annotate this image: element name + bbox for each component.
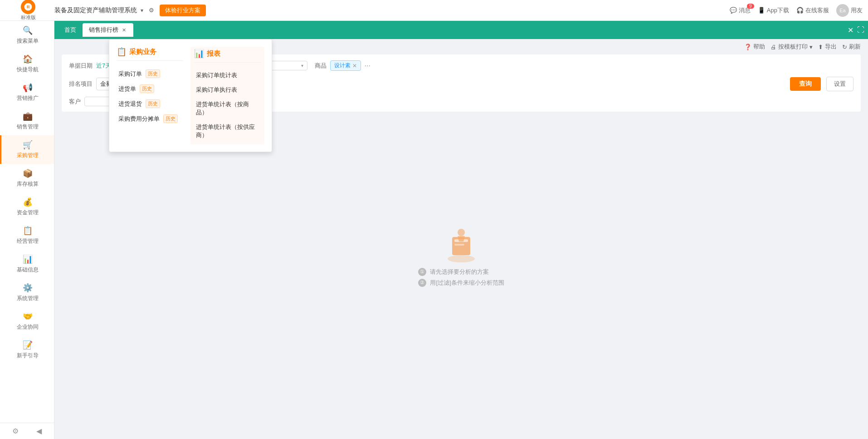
tab-home-label: 首页 bbox=[64, 26, 76, 34]
user-btn[interactable]: Ea 用友 bbox=[836, 4, 863, 17]
dropdown-item-incoming[interactable]: 进货单 历史 bbox=[117, 81, 183, 96]
dropdown-item-po-stats[interactable]: 采购订单统计表 bbox=[194, 68, 261, 83]
dropdown-item-po-exec[interactable]: 采购订单执行表 bbox=[194, 83, 261, 97]
logo-area: 标准版 bbox=[5, 0, 51, 21]
sidebar-item-operations[interactable]: 📋 经营管理 bbox=[0, 221, 54, 250]
dropdown-item-incoming-stats-product[interactable]: 进货单统计表（按商品） bbox=[194, 97, 261, 120]
report-section: 📊 报表 采购订单统计表 采购订单执行表 进货单统计表（按商品） bbox=[190, 47, 264, 144]
sidebar-item-system[interactable]: ⚙️ 系统管理 bbox=[0, 278, 54, 307]
dropdown-menu: 📋 采购业务 采购订单 历史 进货单 历史 进货退货 bbox=[109, 39, 272, 152]
sidebar-label-inventory: 库存核算 bbox=[17, 180, 39, 188]
history-badge-2: 历史 bbox=[140, 84, 154, 93]
dropdown-item-cost-split[interactable]: 采购费用分摊单 历史 bbox=[117, 111, 183, 126]
funds-icon: 💰 bbox=[23, 197, 33, 207]
tab-sales-ranking[interactable]: 销售排行榜 ✕ bbox=[83, 23, 133, 37]
sidebar-label-search: 搜索菜单 bbox=[17, 37, 39, 45]
po-stats-label: 采购订单统计表 bbox=[196, 71, 237, 79]
sidebar-settings-btn[interactable]: ⚙ bbox=[12, 427, 19, 435]
user-avatar-text: Ea bbox=[839, 8, 845, 13]
user-avatar: Ea bbox=[836, 4, 849, 17]
marketing-icon: 📢 bbox=[23, 83, 33, 93]
purchase-section-label: 采购业务 bbox=[129, 48, 156, 56]
sidebar: 🔍 搜索菜单 🏠 快捷导航 📢 营销推广 💼 销售管理 🛒 采购管理 📦 库存核… bbox=[0, 21, 54, 439]
purchase-section: 📋 采购业务 采购订单 历史 进货单 历史 进货退货 bbox=[117, 47, 183, 144]
rank-item-label: 排名项目 bbox=[69, 80, 93, 88]
header-settings-btn[interactable]: ⚙ bbox=[147, 5, 156, 15]
dropdown-item-incoming-stats-supplier[interactable]: 进货单统计表（按供应商） bbox=[194, 120, 261, 143]
dropdown-overlay: 📋 采购业务 采购订单 历史 进货单 历史 进货退货 bbox=[109, 39, 868, 439]
home-icon: 🏠 bbox=[23, 54, 33, 64]
incoming-label: 进货单 bbox=[118, 85, 136, 93]
enterprise-icon: 🤝 bbox=[23, 311, 33, 321]
search-icon: 🔍 bbox=[23, 25, 33, 35]
report-section-title: 📊 报表 bbox=[194, 49, 261, 63]
sidebar-item-inventory[interactable]: 📦 库存核算 bbox=[0, 164, 54, 192]
purchase-order-label: 采购订单 bbox=[118, 70, 142, 78]
return-label: 进货退货 bbox=[118, 100, 142, 108]
tab-close-icon[interactable]: ✕ bbox=[121, 26, 127, 34]
sidebar-item-basic-info[interactable]: 📊 基础信息 bbox=[0, 250, 54, 278]
app-download-btn[interactable]: 📱 App下载 bbox=[758, 6, 789, 15]
sidebar-label-operations: 经营管理 bbox=[17, 237, 39, 245]
system-dropdown-btn[interactable]: ▾ bbox=[141, 7, 143, 14]
purchase-icon: 🛒 bbox=[23, 140, 33, 150]
po-exec-label: 采购订单执行表 bbox=[196, 86, 237, 94]
dropdown-item-return[interactable]: 进货退货 历史 bbox=[117, 96, 183, 111]
history-badge-4: 历史 bbox=[163, 114, 178, 123]
dropdown-item-purchase-order[interactable]: 采购订单 历史 bbox=[117, 66, 183, 81]
app-download-label: App下载 bbox=[767, 6, 789, 15]
online-service-label: 在线客服 bbox=[805, 6, 829, 15]
purchase-section-icon: 📋 bbox=[117, 47, 127, 57]
sidebar-label-marketing: 营销推广 bbox=[17, 94, 39, 102]
sidebar-label-basic-info: 基础信息 bbox=[17, 266, 39, 274]
sidebar-label-purchase: 采购管理 bbox=[17, 152, 39, 159]
tab-bar-right: ✕ ⛶ bbox=[848, 26, 864, 35]
customer-label: 客户 bbox=[69, 98, 81, 106]
tab-home[interactable]: 首页 bbox=[58, 23, 83, 37]
history-badge-1: 历史 bbox=[146, 69, 160, 78]
date-label: 单据日期 bbox=[69, 62, 93, 70]
phone-icon: 📱 bbox=[758, 7, 765, 14]
purchase-section-title: 📋 采购业务 bbox=[117, 47, 183, 61]
sidebar-item-search[interactable]: 🔍 搜索菜单 bbox=[0, 21, 54, 49]
sidebar-item-quick-nav[interactable]: 🏠 快捷导航 bbox=[0, 49, 54, 78]
online-service-btn[interactable]: 🎧 在线客服 bbox=[796, 6, 829, 15]
sidebar-label-funds: 资金管理 bbox=[17, 209, 39, 217]
sidebar-bottom: ⚙ ◀ bbox=[0, 423, 54, 439]
sidebar-item-funds[interactable]: 💰 资金管理 bbox=[0, 192, 54, 221]
sidebar-item-sales[interactable]: 💼 销售管理 bbox=[0, 107, 54, 135]
sidebar-item-enterprise[interactable]: 🤝 企业协同 bbox=[0, 307, 54, 335]
sidebar-item-purchase[interactable]: 🛒 采购管理 bbox=[0, 135, 54, 164]
tab-maximize-btn[interactable]: ⛶ bbox=[857, 26, 864, 35]
sidebar-label-system: 系统管理 bbox=[17, 295, 39, 302]
inventory-icon: 📦 bbox=[23, 168, 33, 178]
guide-icon: 📝 bbox=[23, 340, 33, 350]
page-content: ❓ 帮助 🖨 按模板打印 ▾ ⬆ 导出 ↻ 刷新 bbox=[54, 39, 868, 439]
operations-icon: 📋 bbox=[23, 226, 33, 236]
sidebar-label-guide: 新手引导 bbox=[17, 352, 39, 360]
logo-icon bbox=[21, 0, 35, 14]
tab-close-all-btn[interactable]: ✕ bbox=[848, 26, 853, 35]
cost-split-label: 采购费用分摊单 bbox=[118, 115, 160, 123]
message-badge: 9 bbox=[747, 4, 754, 9]
sidebar-label-enterprise: 企业协同 bbox=[17, 323, 39, 331]
main-container: 🔍 搜索菜单 🏠 快捷导航 📢 营销推广 💼 销售管理 🛒 采购管理 📦 库存核… bbox=[0, 21, 868, 439]
report-section-icon: 📊 bbox=[194, 49, 204, 59]
sidebar-collapse-btn[interactable]: ◀ bbox=[36, 427, 42, 435]
sales-icon: 💼 bbox=[23, 111, 33, 121]
user-label: 用友 bbox=[851, 6, 863, 15]
message-btn[interactable]: 💬 消息 9 bbox=[730, 6, 751, 15]
service-icon: 🎧 bbox=[796, 7, 804, 14]
sidebar-label-quick-nav: 快捷导航 bbox=[17, 66, 39, 74]
history-badge-3: 历史 bbox=[146, 99, 160, 108]
top-header: 标准版 装备及固定资产辅助管理系统 ▾ ⚙ 体验行业方案 💬 消息 9 📱 Ap… bbox=[0, 0, 868, 21]
header-right: 💬 消息 9 📱 App下载 🎧 在线客服 Ea 用友 bbox=[730, 4, 863, 17]
incoming-stats-supplier-label: 进货单统计表（按供应商） bbox=[196, 123, 259, 139]
content-area: 首页 销售排行榜 ✕ ✕ ⛶ ❓ 帮助 🖨 按模板打印 bbox=[54, 21, 868, 439]
industry-btn[interactable]: 体验行业方案 bbox=[160, 5, 206, 16]
sidebar-item-guide[interactable]: 📝 新手引导 bbox=[0, 335, 54, 364]
system-icon: ⚙️ bbox=[23, 283, 33, 293]
sidebar-item-marketing[interactable]: 📢 营销推广 bbox=[0, 78, 54, 107]
basic-info-icon: 📊 bbox=[23, 254, 33, 264]
logo-text: 标准版 bbox=[21, 14, 36, 21]
